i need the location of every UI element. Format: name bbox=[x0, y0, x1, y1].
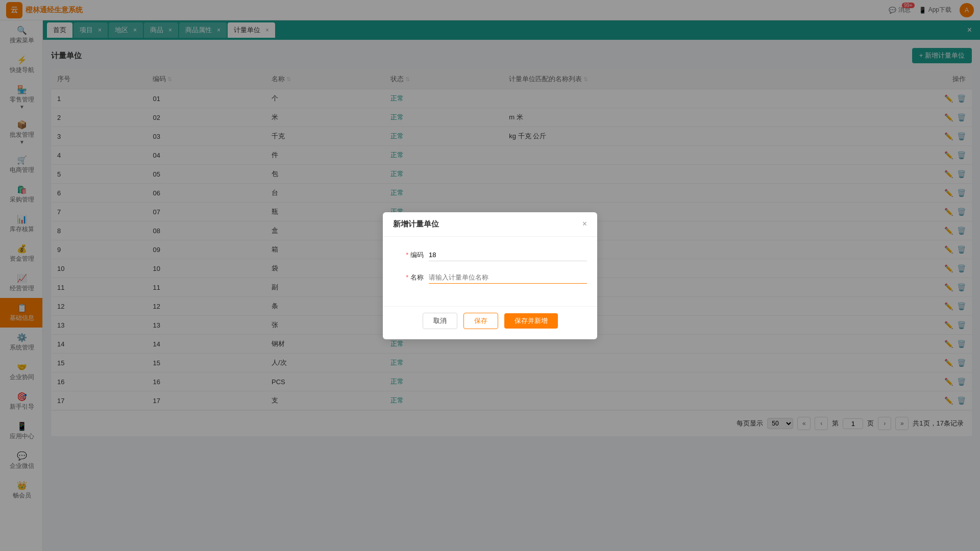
form-row-name: 名称 bbox=[393, 271, 587, 284]
modal-overlay[interactable]: 新增计量单位 × 编码 名称 取消 保存 保存并新增 bbox=[0, 0, 980, 551]
add-unit-modal: 新增计量单位 × 编码 名称 取消 保存 保存并新增 bbox=[383, 212, 597, 339]
save-button[interactable]: 保存 bbox=[463, 313, 498, 329]
modal-title: 新增计量单位 bbox=[393, 219, 439, 229]
save-add-button[interactable]: 保存并新增 bbox=[504, 313, 558, 329]
modal-header: 新增计量单位 × bbox=[383, 212, 597, 237]
form-row-code: 编码 bbox=[393, 249, 587, 261]
cancel-button[interactable]: 取消 bbox=[423, 313, 457, 329]
modal-body: 编码 名称 bbox=[383, 237, 597, 306]
modal-close-button[interactable]: × bbox=[582, 219, 587, 229]
modal-footer: 取消 保存 保存并新增 bbox=[383, 306, 597, 339]
name-input[interactable] bbox=[429, 271, 587, 284]
code-input[interactable] bbox=[429, 249, 587, 261]
name-label: 名称 bbox=[393, 273, 429, 282]
code-label: 编码 bbox=[393, 251, 429, 260]
